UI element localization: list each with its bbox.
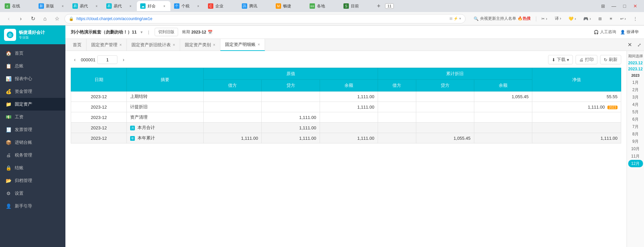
page-tab-fixed-dep[interactable]: 固定资产折旧统计表 ×	[127, 39, 180, 51]
page-tab-fixed-detail[interactable]: 固定资产明细账 ×	[220, 39, 265, 51]
sidebar-item-fund[interactable]: 💰 资金管理	[0, 85, 65, 98]
sidebar-item-settings[interactable]: ⚙ 设置	[0, 187, 65, 200]
sidebar-item-fixed[interactable]: 📁 固定资产	[0, 98, 65, 111]
content-toolbar: ‹ 000001 1 › ⬇ 下载 ▾ 🖨 打印	[71, 55, 621, 64]
maximize-btn[interactable]: □	[620, 1, 629, 11]
forward-button[interactable]: ›	[16, 14, 25, 23]
cell-orig-credit-1	[262, 91, 320, 102]
close-browser-btn[interactable]: ✕	[631, 1, 640, 11]
cell-orig-credit-4: 1,111.00	[262, 123, 320, 133]
period-month-11[interactable]: 11月	[628, 152, 643, 160]
prev-page-btn[interactable]: ‹	[71, 56, 79, 64]
next-page-btn[interactable]: ›	[119, 56, 127, 64]
page-tab-fixed-mgmt-close[interactable]: ×	[119, 43, 122, 47]
page-tab-fixed-cat-close[interactable]: ×	[213, 43, 215, 47]
period-year-2023[interactable]: 2023	[631, 72, 640, 79]
sidebar-item-invoice[interactable]: 🧾 发票管理	[0, 123, 65, 136]
sidebar-item-home[interactable]: 🏠 首页	[0, 47, 65, 60]
sidebar-item-tax[interactable]: 🖨 税务管理	[0, 149, 65, 162]
invoice-icon: 🧾	[5, 127, 11, 133]
lock-icon: 🔒	[69, 16, 74, 21]
browser-tab-muqian[interactable]: S 目前	[340, 1, 374, 11]
sidebar-item-archive[interactable]: 📂 归档管理	[0, 174, 65, 187]
period-month-2[interactable]: 2月	[628, 86, 643, 94]
tab-close-haohui[interactable]: ×	[162, 3, 167, 9]
sidebar-item-salary[interactable]: 💵 工资	[0, 111, 65, 123]
sidebar-item-closing[interactable]: 🔒 结账	[0, 162, 65, 174]
period-month-9[interactable]: 9月	[628, 138, 643, 145]
page-tab-fixed-mgmt[interactable]: 固定资产管理 ×	[87, 39, 127, 51]
download-btn[interactable]: ⬇ 下载 ▾	[548, 55, 573, 64]
period-month-12[interactable]: 12月	[628, 160, 643, 167]
period-month-7[interactable]: 7月	[628, 123, 643, 130]
browser-tab-tengxun[interactable]: 訊 腾讯	[238, 1, 272, 11]
sidebar-item-purchase[interactable]: 📦 进销台账	[0, 136, 65, 149]
url-bar[interactable]: 🔒 https://cloud.chanjet.com/accounting/u…	[64, 14, 466, 23]
browser-tab-new[interactable]: 新 新版 ×	[35, 1, 69, 11]
browser-tab-haohui[interactable]: ☁ 好会 ×	[137, 1, 170, 11]
sidebar-item-report[interactable]: 📊 报表中心	[0, 72, 65, 85]
toolbar-actions: ⬇ 下载 ▾ 🖨 打印 ↻ 刷新	[548, 55, 621, 64]
panel-expand-btn[interactable]: ⤢	[635, 41, 644, 49]
page-tab-home[interactable]: 首页	[68, 39, 87, 51]
print-btn[interactable]: 🖨 打印	[576, 55, 597, 64]
browser-tab-geshui[interactable]: 个 个税 ×	[171, 1, 204, 11]
bookmark-button[interactable]: ☆	[52, 14, 62, 23]
table-row-summary-month: 2023-12 月 本月合计 1,111.00	[71, 123, 621, 133]
browser-tab-gedi[interactable]: ≡≡ 各地	[306, 1, 340, 11]
browser-tab-online[interactable]: e 在线	[1, 1, 35, 11]
sidebar-item-guide[interactable]: 👤 新手引导	[0, 200, 65, 212]
page-tab-fixed-cat[interactable]: 固定资产类别 ×	[180, 39, 220, 51]
new-tab-button[interactable]: +	[374, 1, 383, 11]
undo-btn[interactable]: ↩ ›	[618, 15, 629, 22]
page-tab-fixed-dep-close[interactable]: ×	[173, 43, 175, 47]
cell-date-5: 2023-12	[71, 133, 127, 143]
translate-btn[interactable]: 译 ›	[552, 14, 564, 23]
tab-close-yidai1[interactable]: ×	[94, 3, 99, 9]
account-dropdown-icon[interactable]: ▾	[141, 30, 143, 35]
grid-btn[interactable]: ⊞	[596, 15, 604, 22]
period-month-8[interactable]: 8月	[628, 130, 643, 138]
period-month-5[interactable]: 5月	[628, 108, 643, 116]
browser-tab-changjie[interactable]: M 畅捷	[272, 1, 306, 11]
game-btn[interactable]: 🎮 ›	[581, 15, 593, 22]
browser-tab-qiye[interactable]: C 企业	[205, 1, 238, 11]
page-input[interactable]: 1	[97, 55, 117, 64]
switch-version-btn[interactable]: 切到旧版	[155, 28, 178, 36]
period-calendar-icon[interactable]: 📅	[208, 30, 213, 35]
print-label: 打印	[585, 57, 594, 63]
period-month-3[interactable]: 3月	[628, 94, 643, 101]
sidebar-label-invoice: 发票管理	[15, 127, 32, 133]
tab-close-yidai2[interactable]: ×	[128, 3, 133, 9]
sidebar-label-fixed: 固定资产	[15, 101, 32, 107]
reload-button[interactable]: ↻	[28, 14, 38, 23]
brightness-btn[interactable]: ☀	[606, 15, 615, 22]
refresh-btn[interactable]: ↻ 刷新	[600, 55, 621, 64]
tab-close-new[interactable]: ×	[60, 3, 65, 9]
period-month-6[interactable]: 6月	[628, 116, 643, 123]
back-button[interactable]: ‹	[4, 14, 13, 23]
sidebar-label-closing: 结账	[15, 165, 23, 171]
th-date: 日期	[71, 68, 127, 91]
sidebar-item-ledger[interactable]: 📋 总账	[0, 60, 65, 72]
page-tab-fixed-detail-close[interactable]: ×	[258, 42, 260, 47]
search-toolbar[interactable]: 🔍 央视更新主持人名单 🔥热搜	[471, 14, 533, 23]
browser-tab-yidai1[interactable]: 易 易代 ×	[69, 1, 103, 11]
period-month-4[interactable]: 4月	[628, 101, 643, 108]
tab-label-gedi: 各地	[317, 3, 325, 9]
period-month-10[interactable]: 10月	[628, 145, 643, 152]
more-btn[interactable]: ⋮	[631, 15, 640, 22]
scissors-btn[interactable]: ✂ ›	[539, 15, 550, 22]
cell-dep-debit-5	[378, 133, 416, 143]
home-button[interactable]: ⌂	[40, 14, 50, 23]
extensions-btn[interactable]: ⊞	[598, 1, 608, 11]
tab-label-changjie: 畅捷	[283, 3, 291, 9]
tab-close-geshui[interactable]: ×	[196, 3, 201, 9]
panel-close-btn[interactable]: ✕	[625, 40, 635, 49]
period-month-1[interactable]: 1月	[628, 79, 643, 86]
sidebar-logo: 会 畅捷通好会计 专业版	[0, 25, 65, 44]
support-link[interactable]: 🎧 人工咨询	[594, 29, 616, 35]
minimize-btn[interactable]: —	[609, 1, 619, 11]
wallet-btn[interactable]: 💛 ›	[566, 15, 579, 22]
browser-tab-yidai2[interactable]: 易 易代 ×	[103, 1, 137, 11]
